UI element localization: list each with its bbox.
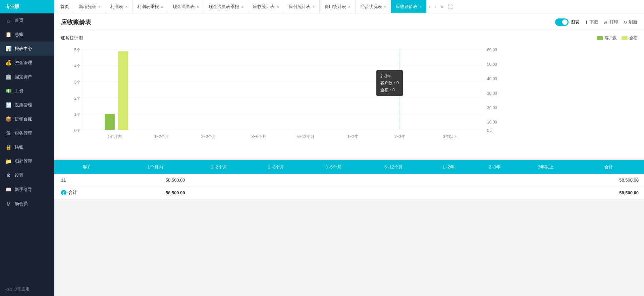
svg-text:0元: 0元 xyxy=(487,128,493,133)
sidebar-item-funds[interactable]: 💰 资金管理 xyxy=(0,56,54,70)
sidebar-item-label: 发票管理 xyxy=(15,102,32,108)
cell-m6 xyxy=(425,174,472,186)
th-m7: 2~3年 xyxy=(472,160,518,174)
svg-text:6~12个月: 6~12个月 xyxy=(297,134,314,139)
table-header-row: 客户 1个月内 1~2个月 2~3个月 3~6个月 6~12个月 1~2年 2~… xyxy=(54,160,644,174)
reports-icon: 📊 xyxy=(5,46,11,52)
tab-close-profit[interactable]: × xyxy=(125,5,127,9)
tab-close-ap-stat[interactable]: × xyxy=(313,5,315,9)
print-icon: 🖨 xyxy=(604,20,608,25)
sidebar-item-ledger[interactable]: 📋 总账 xyxy=(0,28,54,42)
svg-text:3个: 3个 xyxy=(74,80,80,85)
sidebar-item-tax[interactable]: 🏛 税务管理 xyxy=(0,126,54,140)
sidebar-item-settings[interactable]: ⚙ 设置 xyxy=(0,168,54,183)
tab-profit[interactable]: 利润表 × xyxy=(105,0,132,13)
tab-close-voucher[interactable]: × xyxy=(98,5,100,9)
ledger-icon: 📋 xyxy=(5,32,11,38)
svg-text:40,000.00元: 40,000.00元 xyxy=(487,77,497,81)
bar-amount-1month[interactable] xyxy=(118,51,128,130)
tab-close-expense-stat[interactable]: × xyxy=(348,5,350,9)
tab-fullscreen[interactable]: ⛶ xyxy=(446,0,455,13)
svg-text:1个: 1个 xyxy=(74,112,80,117)
sidebar-item-reports[interactable]: 📊 报表中心 xyxy=(0,42,54,56)
sidebar-item-assets[interactable]: 🏢 固定资产 xyxy=(0,70,54,84)
sidebar-item-home[interactable]: ⌂ 首页 xyxy=(0,13,54,28)
svg-text:50,000.00元: 50,000.00元 xyxy=(487,62,497,67)
tab-close-cashflow-quarter[interactable]: × xyxy=(241,5,243,9)
funds-icon: 💰 xyxy=(5,60,11,66)
chart-toggle[interactable]: 图表 xyxy=(555,18,579,26)
page-content: 应收账龄表 图表 ⬇ 下载 🖨 打印 ↻ 刷新 xyxy=(54,13,644,296)
tab-close-cashflow[interactable]: × xyxy=(197,5,199,9)
chart-toggle-label: 图表 xyxy=(571,19,579,25)
download-label: 下载 xyxy=(590,19,598,25)
tab-home[interactable]: 首页 xyxy=(56,0,74,13)
svg-text:4个: 4个 xyxy=(74,64,80,68)
sidebar-item-label: 归档管理 xyxy=(15,158,32,164)
tab-nav-prev[interactable]: ‹ xyxy=(427,0,432,13)
tab-ar-aging[interactable]: 应收账龄表 × xyxy=(391,0,427,13)
refresh-button[interactable]: ↻ 刷新 xyxy=(624,19,637,25)
svg-text:20,000.00元: 20,000.00元 xyxy=(487,105,497,110)
download-button[interactable]: ⬇ 下载 xyxy=(585,19,598,25)
print-button[interactable]: 🖨 打印 xyxy=(604,19,618,25)
sidebar-item-label: 进销台账 xyxy=(15,116,32,122)
legend-color-amount xyxy=(622,36,628,40)
tab-profit-quarter[interactable]: 利润表季报 × xyxy=(132,0,168,13)
sidebar-item-label: 税务管理 xyxy=(15,130,32,136)
page-title: 应收账龄表 xyxy=(61,18,91,26)
tab-close-ar-aging[interactable]: × xyxy=(420,5,422,9)
legend-label-customer: 客户数 xyxy=(605,35,617,41)
tab-close-ar-stat[interactable]: × xyxy=(277,5,279,9)
sidebar-item-invoice[interactable]: 🧾 发票管理 xyxy=(0,98,54,112)
toggle-thumb xyxy=(562,19,568,25)
sidebar-item-archive[interactable]: 📁 归档管理 xyxy=(0,154,54,168)
th-m3: 2~3个月 xyxy=(248,160,305,174)
total-m5 xyxy=(362,186,425,199)
tab-close-business[interactable]: × xyxy=(384,5,386,9)
cell-m7 xyxy=(472,174,518,186)
total-m4 xyxy=(305,186,362,199)
tab-ap-stat[interactable]: 应付统计表 × xyxy=(284,0,320,13)
legend-customer-count: 客户数 xyxy=(597,35,617,41)
svg-text:2~3年: 2~3年 xyxy=(394,134,405,139)
sidebar-item-label: 固定资产 xyxy=(15,74,32,80)
tab-business[interactable]: 经营状况表 × xyxy=(356,0,391,13)
invoice-icon: 🧾 xyxy=(5,102,11,108)
sidebar-item-member[interactable]: V 畅会员 xyxy=(0,197,54,211)
cell-total: 58,500.00 xyxy=(574,174,644,186)
sidebar-item-label: 总账 xyxy=(15,32,23,38)
total-m2 xyxy=(191,186,248,199)
tab-cashflow-quarter[interactable]: 现金流量表季报 × xyxy=(204,0,248,13)
sidebar-item-salary[interactable]: 💵 工资 xyxy=(0,84,54,98)
svg-text:2个: 2个 xyxy=(74,96,80,101)
tab-nav-next[interactable]: › xyxy=(432,0,438,13)
svg-text:10,000.00元: 10,000.00元 xyxy=(487,120,497,125)
refresh-icon: ↻ xyxy=(624,20,627,25)
toggle-track[interactable] xyxy=(555,18,569,26)
tab-voucher[interactable]: 新增凭证 × xyxy=(74,0,105,13)
tab-close-profit-quarter[interactable]: × xyxy=(161,5,163,9)
svg-text:1~2年: 1~2年 xyxy=(347,134,358,139)
sidebar-item-sales[interactable]: 📦 进销台账 xyxy=(0,112,54,126)
unpin-button[interactable]: ◁◁ 取消固定 xyxy=(0,282,54,296)
tab-ar-stat[interactable]: 应收统计表 × xyxy=(248,0,284,13)
data-table: 客户 1个月内 1~2个月 2~3个月 3~6个月 6~12个月 1~2年 2~… xyxy=(54,160,644,199)
total-icon: ∑ xyxy=(61,190,66,195)
total-m1: 58,500.00 xyxy=(120,186,190,199)
th-customer: 客户 xyxy=(54,160,120,174)
tab-close-all[interactable]: ✕ xyxy=(438,0,446,13)
download-icon: ⬇ xyxy=(585,20,588,25)
bar-customer-1month[interactable] xyxy=(105,114,115,130)
sidebar-item-guide[interactable]: 📖 新手引导 xyxy=(0,183,54,197)
sales-icon: 📦 xyxy=(5,116,11,122)
member-icon: V xyxy=(5,201,11,207)
sidebar-item-closing[interactable]: 🔒 结账 xyxy=(0,140,54,154)
tab-cashflow[interactable]: 现金流量表 × xyxy=(168,0,204,13)
svg-text:60,000.00元: 60,000.00元 xyxy=(487,48,497,52)
settings-icon: ⚙ xyxy=(5,172,11,179)
table-total-row: ∑ 合计 58,500.00 58,500.00 xyxy=(54,186,644,199)
cell-m1: 58,500.00 xyxy=(120,174,190,186)
cell-m2 xyxy=(191,174,248,186)
tab-expense-stat[interactable]: 费用统计表 × xyxy=(320,0,355,13)
